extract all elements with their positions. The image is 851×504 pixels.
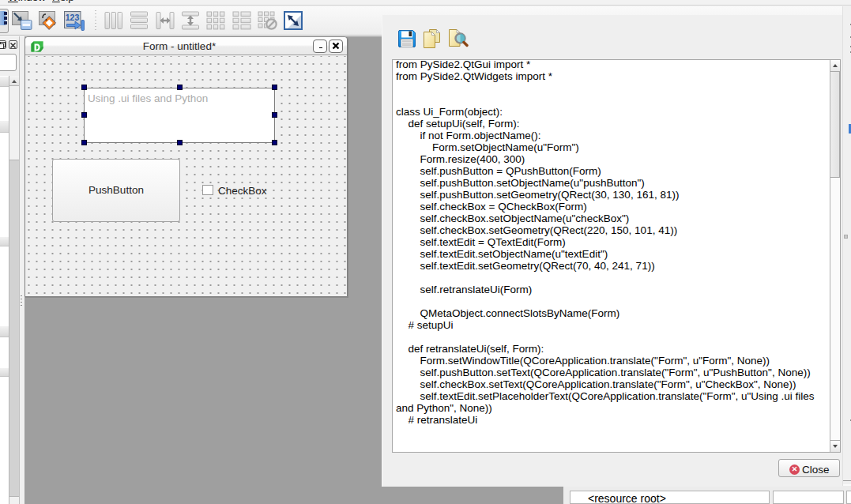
svg-text:123: 123 bbox=[65, 13, 79, 22]
